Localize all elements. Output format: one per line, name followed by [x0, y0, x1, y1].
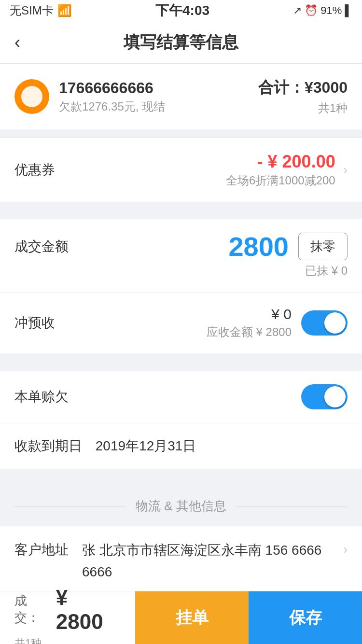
- hang-order-button[interactable]: 挂单: [135, 591, 249, 644]
- deal-amount-value: 2800: [228, 233, 289, 260]
- customer-card: 17666666666 欠款1276.35元, 现结 合计：¥3000 共1种: [0, 64, 362, 129]
- page-title: 填写结算等信息: [124, 31, 238, 54]
- footer-deal: 成交： ¥ 2800: [14, 586, 121, 634]
- credit-row: 本单赊欠: [14, 384, 348, 409]
- prepay-row: 冲预收 ¥ 0 应收金额 ¥ 2800: [14, 306, 348, 340]
- customer-info: 17666666666 欠款1276.35元, 现结: [59, 79, 258, 114]
- divider-2: [0, 361, 362, 371]
- deal-amount-card: 成交金额 2800 抹零 已抹 ¥ 0 冲预收 ¥ 0 应收金额 ¥ 2800: [0, 219, 362, 353]
- prepay-amount-group: ¥ 0 应收金额 ¥ 2800: [207, 306, 292, 340]
- deal-row: 成交金额 2800 抹零: [14, 233, 348, 260]
- footer: 成交： ¥ 2800 共1种 挂单 保存: [0, 591, 362, 644]
- credit-toggle[interactable]: [301, 384, 348, 409]
- credit-toggle-knob: [324, 386, 346, 407]
- credit-section: 本单赊欠: [0, 371, 362, 423]
- status-time: 下午4:03: [155, 1, 209, 20]
- save-button[interactable]: 保存: [249, 591, 362, 644]
- total-sub: 共1种: [258, 100, 348, 116]
- toggle-knob: [324, 312, 346, 334]
- battery-label: 91%: [320, 4, 342, 17]
- coupon-card[interactable]: 优惠券 - ¥ 200.00 全场6折满1000减200 ›: [0, 137, 362, 202]
- prepay-label: 冲预收: [14, 314, 55, 332]
- duedate-value: 2019年12月31日: [96, 438, 196, 453]
- divider-3: [0, 476, 362, 486]
- address-label: 客户地址: [14, 540, 82, 559]
- coupon-row[interactable]: 优惠券 - ¥ 200.00 全场6折满1000减200 ›: [0, 138, 362, 202]
- footer-info: 成交： ¥ 2800 共1种: [0, 586, 135, 644]
- coupon-right: - ¥ 200.00 全场6折满1000减200: [55, 152, 335, 188]
- round-off-button[interactable]: 抹零: [298, 233, 348, 260]
- credit-card: 本单赊欠 收款到期日 2019年12月31日: [0, 371, 362, 469]
- coupon-sub: 全场6折满1000减200: [226, 173, 335, 188]
- status-bar: 无SIM卡 📶 下午4:03 ↗ ⏰ 91% ▌: [0, 0, 362, 21]
- customer-total: 合计：¥3000 共1种: [258, 77, 348, 116]
- customer-row: 17666666666 欠款1276.35元, 现结 合计：¥3000 共1种: [0, 64, 362, 129]
- avatar: [14, 79, 49, 114]
- prepay-right: ¥ 0 应收金额 ¥ 2800: [207, 306, 348, 340]
- logistics-label: 物流 & 其他信息: [126, 498, 236, 515]
- customer-sub: 欠款1276.35元, 现结: [59, 99, 258, 114]
- credit-label: 本单赊欠: [14, 388, 69, 406]
- location-icon: ↗: [293, 4, 302, 17]
- prepay-amount: ¥ 0: [207, 306, 292, 322]
- footer-deal-label: 成交：: [14, 592, 52, 626]
- deal-section: 成交金额 2800 抹零 已抹 ¥ 0: [0, 219, 362, 292]
- address-chevron-icon: ›: [343, 540, 348, 557]
- prepay-section: 冲预收 ¥ 0 应收金额 ¥ 2800: [0, 292, 362, 353]
- wifi-icon: 📶: [57, 4, 72, 17]
- divider-1: [0, 210, 362, 219]
- duedate-section: 收款到期日 2019年12月31日: [0, 423, 362, 469]
- status-left: 无SIM卡 📶: [10, 3, 72, 18]
- coupon-value: - ¥ 200.00: [257, 152, 335, 172]
- battery-icon: ▌: [345, 4, 352, 17]
- address-row: 客户地址 张 北京市市辖区海淀区永丰南 156 6666 6666 ›: [14, 540, 348, 583]
- no-sim-label: 无SIM卡: [10, 3, 54, 18]
- footer-deal-amount: ¥ 2800: [56, 586, 121, 634]
- nav-bar: ‹ 填写结算等信息: [0, 21, 362, 64]
- back-button[interactable]: ‹: [14, 32, 20, 53]
- prepay-sub: 应收金额 ¥ 2800: [207, 324, 292, 340]
- duedate-label: 收款到期日: [14, 438, 82, 453]
- status-right: ↗ ⏰ 91% ▌: [293, 4, 352, 17]
- address-value: 张 北京市市辖区海淀区永丰南 156 6666 6666: [82, 540, 335, 583]
- prepay-toggle[interactable]: [301, 310, 348, 336]
- total-amount: 合计：¥3000: [258, 77, 348, 98]
- deal-sub: 已抹 ¥ 0: [14, 263, 348, 279]
- coupon-chevron-icon: ›: [343, 162, 348, 178]
- footer-deal-sub: 共1种: [14, 636, 121, 644]
- alarm-icon: ⏰: [305, 4, 318, 17]
- header-line-right: [236, 506, 348, 506]
- customer-phone: 17666666666: [59, 79, 258, 97]
- avatar-person-icon: [21, 86, 42, 107]
- logistics-section-header: 物流 & 其他信息: [0, 486, 362, 526]
- deal-amount-label: 成交金额: [14, 238, 69, 256]
- header-line-left: [14, 506, 126, 506]
- deal-right: 2800 抹零: [228, 233, 348, 260]
- coupon-label: 优惠券: [14, 161, 55, 179]
